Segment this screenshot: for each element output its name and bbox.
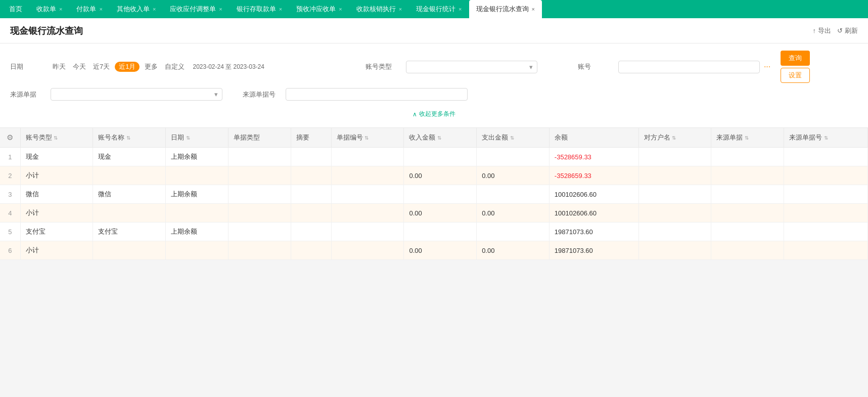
nav-collection[interactable]: 收款核销执行 × bbox=[349, 0, 409, 18]
shortcut-yesterday[interactable]: 昨天 bbox=[51, 62, 68, 72]
nav-other-income[interactable]: 其他收入单 × bbox=[110, 0, 163, 18]
nav-receipt[interactable]: 收款单 × bbox=[29, 0, 69, 18]
cell-expense: 0.00 bbox=[477, 241, 550, 260]
query-button[interactable]: 查询 bbox=[781, 51, 810, 66]
sort-icon: ⇅ bbox=[437, 135, 441, 141]
col-settings[interactable]: ⚙ bbox=[0, 128, 20, 148]
nav-adjustment[interactable]: 应收应付调整单 × bbox=[163, 0, 229, 18]
nav-cash-stats[interactable]: 现金银行统计 × bbox=[409, 0, 469, 18]
nav-cash-flow[interactable]: 现金银行流水查询 × bbox=[469, 0, 542, 18]
source-doc-select[interactable]: ▾ bbox=[51, 88, 222, 101]
col-doc-type[interactable]: 单据类型 bbox=[228, 128, 291, 148]
collapse-bar[interactable]: ∧ 收起更多条件 bbox=[10, 106, 858, 120]
cell-counterpart bbox=[638, 204, 711, 223]
more-options-button[interactable]: ··· bbox=[764, 62, 770, 71]
close-icon[interactable]: × bbox=[99, 6, 102, 12]
cell-account-type: 现金 bbox=[20, 148, 93, 166]
close-icon[interactable]: × bbox=[153, 6, 156, 12]
cell-counterpart bbox=[638, 241, 711, 260]
close-icon[interactable]: × bbox=[459, 6, 462, 12]
shortcut-7days[interactable]: 近7天 bbox=[91, 62, 112, 72]
col-date[interactable]: 日期 ⇅ bbox=[165, 128, 228, 148]
col-income[interactable]: 收入金额 ⇅ bbox=[404, 128, 477, 148]
account-input[interactable] bbox=[618, 61, 760, 73]
col-counterpart[interactable]: 对方户名 ⇅ bbox=[638, 128, 711, 148]
cell-expense bbox=[477, 223, 550, 241]
sort-icon: ⇅ bbox=[745, 135, 749, 141]
cell-expense bbox=[477, 148, 550, 166]
export-button[interactable]: ↑ 导出 bbox=[813, 26, 832, 35]
row-index: 2 bbox=[0, 166, 20, 185]
col-source-doc-no[interactable]: 来源单据号 ⇅ bbox=[784, 128, 868, 148]
cell-date bbox=[165, 241, 228, 260]
filter-row-date: 日期 昨天 今天 近7天 近1月 更多 自定义 2023-02-24 至 202… bbox=[10, 51, 858, 83]
col-account-type[interactable]: 账号类型 ⇅ bbox=[20, 128, 93, 148]
source-doc-label: 来源单据 bbox=[10, 90, 40, 99]
cell-account-type: 小计 bbox=[20, 204, 93, 223]
shortcut-custom[interactable]: 自定义 bbox=[163, 62, 187, 72]
nav-bank-deposit[interactable]: 银行存取款单 × bbox=[230, 0, 289, 18]
page-header: 现金银行流水查询 ↑ 导出 ↺ 刷新 bbox=[0, 18, 868, 43]
cell-summary bbox=[291, 148, 331, 166]
cell-income: 0.00 bbox=[404, 241, 477, 260]
refresh-icon: ↺ bbox=[837, 27, 843, 34]
data-table: ⚙ 账号类型 ⇅ 账号名称 ⇅ 日期 ⇅ 单据类型 摘 bbox=[0, 128, 868, 260]
table-row: 6小计0.000.0019871073.60 bbox=[0, 241, 868, 260]
cell-source-doc bbox=[711, 166, 784, 185]
close-icon[interactable]: × bbox=[279, 6, 282, 12]
cell-income: 0.00 bbox=[404, 166, 477, 185]
settings-button[interactable]: 设置 bbox=[781, 68, 810, 83]
source-doc-no-label: 来源单据号 bbox=[243, 90, 276, 99]
col-source-doc[interactable]: 来源单据 ⇅ bbox=[711, 128, 784, 148]
shortcut-today[interactable]: 今天 bbox=[71, 62, 88, 72]
cell-account-name bbox=[93, 204, 166, 223]
cell-doc-type bbox=[228, 166, 291, 185]
cell-doc-no bbox=[331, 166, 404, 185]
cell-counterpart bbox=[638, 223, 711, 241]
col-balance[interactable]: 余额 bbox=[549, 128, 638, 148]
nav-prepayment[interactable]: 预收冲应收单 × bbox=[289, 0, 349, 18]
collapse-up-icon: ∧ bbox=[413, 111, 417, 118]
cell-date: 上期余额 bbox=[165, 185, 228, 204]
nav-home[interactable]: 首页 bbox=[2, 0, 29, 18]
refresh-button[interactable]: ↺ 刷新 bbox=[837, 26, 858, 35]
cell-date: 上期余额 bbox=[165, 148, 228, 166]
cell-balance: 100102606.60 bbox=[549, 204, 638, 223]
row-index: 1 bbox=[0, 148, 20, 166]
cell-account-name bbox=[93, 166, 166, 185]
close-icon[interactable]: × bbox=[399, 6, 402, 12]
cell-doc-type bbox=[228, 148, 291, 166]
close-icon[interactable]: × bbox=[532, 6, 535, 12]
col-expense[interactable]: 支出金额 ⇅ bbox=[477, 128, 550, 148]
cell-balance: -3528659.33 bbox=[549, 148, 638, 166]
source-doc-no-input[interactable] bbox=[286, 88, 468, 101]
gear-icon[interactable]: ⚙ bbox=[7, 133, 13, 142]
col-account-name[interactable]: 账号名称 ⇅ bbox=[93, 128, 166, 148]
row-index: 6 bbox=[0, 241, 20, 260]
date-label: 日期 bbox=[10, 62, 40, 71]
page-title: 现金银行流水查询 bbox=[10, 25, 83, 37]
cell-balance: 19871073.60 bbox=[549, 223, 638, 241]
close-icon[interactable]: × bbox=[219, 6, 222, 12]
sort-icon: ⇅ bbox=[824, 135, 828, 141]
close-icon[interactable]: × bbox=[59, 6, 62, 12]
cell-account-type: 微信 bbox=[20, 185, 93, 204]
date-range-display: 2023-02-24 至 2023-03-24 bbox=[193, 63, 264, 71]
col-summary[interactable]: 摘要 bbox=[291, 128, 331, 148]
cell-expense: 0.00 bbox=[477, 204, 550, 223]
account-type-label: 账号类型 bbox=[366, 62, 396, 71]
cell-source-doc-no bbox=[784, 241, 868, 260]
cell-doc-no bbox=[331, 148, 404, 166]
shortcut-1month[interactable]: 近1月 bbox=[115, 62, 140, 72]
nav-payment[interactable]: 付款单 × bbox=[69, 0, 109, 18]
account-type-select[interactable]: ▾ bbox=[406, 61, 537, 73]
shortcut-more[interactable]: 更多 bbox=[143, 62, 160, 72]
table-row: 3微信微信上期余额100102606.60 bbox=[0, 185, 868, 204]
col-doc-no[interactable]: 单据编号 ⇅ bbox=[331, 128, 404, 148]
table-row: 2小计0.000.00-3528659.33 bbox=[0, 166, 868, 185]
data-table-container: ⚙ 账号类型 ⇅ 账号名称 ⇅ 日期 ⇅ 单据类型 摘 bbox=[0, 128, 868, 260]
close-icon[interactable]: × bbox=[339, 6, 342, 12]
cell-doc-no bbox=[331, 241, 404, 260]
cell-account-name: 微信 bbox=[93, 185, 166, 204]
header-actions: ↑ 导出 ↺ 刷新 bbox=[813, 26, 858, 35]
